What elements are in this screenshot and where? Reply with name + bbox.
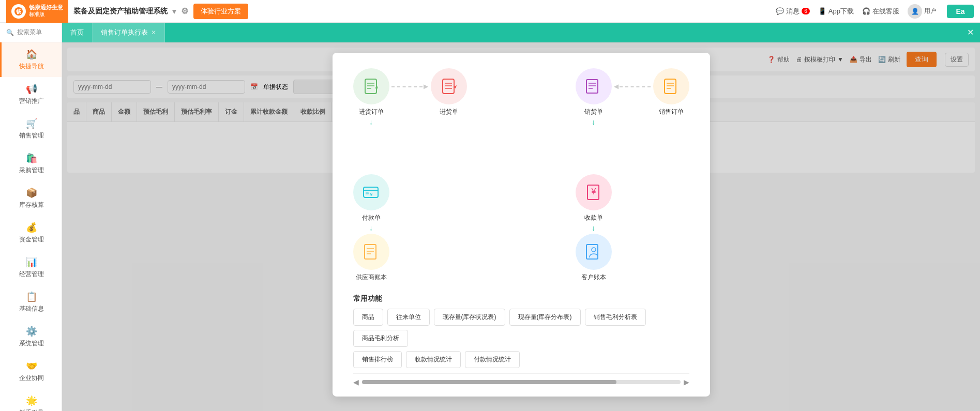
node-supplier-account[interactable]: 供应商账本 bbox=[353, 234, 389, 282]
tab-home-label: 首页 bbox=[70, 28, 84, 37]
sidebar-label-system: 系统管理 bbox=[19, 339, 44, 348]
func-btn-product-margin[interactable]: 商品毛利分析 bbox=[353, 330, 408, 347]
system-dropdown-icon[interactable]: ▼ bbox=[171, 7, 178, 16]
tab-sales-order[interactable]: 销售订单执行表 ✕ bbox=[93, 23, 165, 42]
sidebar-item-finance[interactable]: 💰 资金管理 bbox=[0, 216, 62, 250]
svg-text:¥: ¥ bbox=[591, 187, 596, 196]
user-avatar: 👤 bbox=[908, 4, 922, 19]
node-receipt[interactable]: ¥ 收款单 bbox=[576, 174, 612, 222]
function-btns-row1: 商品 往来单位 现存量(库存状况表) 现存量(库存分布表) 销售毛利分析表 商品… bbox=[353, 309, 689, 347]
svg-rect-2 bbox=[365, 79, 376, 94]
sidebar-item-basic-info[interactable]: 📋 基础信息 bbox=[0, 285, 62, 319]
scrollbar-track[interactable] bbox=[362, 380, 681, 384]
func-btn-sales-margin[interactable]: 销售毛利分析表 bbox=[585, 309, 646, 326]
app-download-icon: 📱 bbox=[818, 7, 826, 15]
svg-rect-24 bbox=[586, 245, 598, 259]
sidebar-item-purchase[interactable]: 🛍️ 采购管理 bbox=[0, 146, 62, 181]
svg-text:¥: ¥ bbox=[369, 192, 373, 197]
sidebar-item-operations[interactable]: 📊 经营管理 bbox=[0, 250, 62, 285]
system-title-area: 装备及固定资产辅助管理系统 ▼ ⚙ bbox=[73, 6, 188, 16]
common-functions: 常用功能 商品 往来单位 现存量(库存状况表) 现存量(库存分布表) 销售毛利分… bbox=[353, 294, 689, 368]
sidebar-label-quick-nav: 快捷导航 bbox=[19, 62, 44, 71]
tab-bar: 首页 销售订单执行表 ✕ ✕ bbox=[62, 23, 980, 42]
user-area[interactable]: 👤 用户 bbox=[908, 4, 937, 19]
enterprise-icon: 🤝 bbox=[26, 360, 37, 372]
sidebar-item-newbie[interactable]: 🌟 新手引导 bbox=[0, 389, 62, 411]
sidebar-item-system[interactable]: ⚙️ 系统管理 bbox=[0, 319, 62, 354]
node-payment[interactable]: ¥ 付款单 bbox=[353, 174, 389, 222]
sidebar-label-sales: 销售管理 bbox=[19, 131, 44, 140]
search-menu-item[interactable]: 🔍 搜索菜单 bbox=[0, 23, 62, 42]
func-btn-sales-ranking[interactable]: 销售排行榜 bbox=[353, 351, 402, 368]
scroll-right-icon[interactable]: ▶ bbox=[684, 378, 689, 386]
sidebar-item-inventory[interactable]: 📦 库存核算 bbox=[0, 181, 62, 216]
purchase-icon: 🛍️ bbox=[26, 153, 37, 164]
quick-nav-panel: 进货订单 ↓ ¥ 付款单 ↓ 供应商账本 ▶ 进货单 bbox=[62, 42, 980, 411]
sidebar-item-enterprise[interactable]: 🤝 企业协同 bbox=[0, 354, 62, 389]
func-btn-receipt-stats[interactable]: 收款情况统计 bbox=[406, 351, 461, 368]
sidebar-label-purchase: 采购管理 bbox=[19, 166, 44, 175]
marketing-icon: 📢 bbox=[26, 83, 37, 95]
quick-nav-box: 进货订单 ↓ ¥ 付款单 ↓ 供应商账本 ▶ 进货单 bbox=[333, 53, 710, 397]
app-download-label: App下载 bbox=[828, 7, 854, 16]
app-subtitle: 标准版 bbox=[29, 11, 63, 18]
ea-badge: Ea bbox=[947, 5, 974, 18]
sidebar-label-marketing: 营销推广 bbox=[19, 97, 44, 105]
svg-text:畅: 畅 bbox=[16, 9, 21, 14]
svg-rect-8 bbox=[366, 192, 369, 194]
online-service-button[interactable]: 🎧 在线客服 bbox=[862, 7, 899, 16]
sidebar-label-newbie: 新手引导 bbox=[19, 408, 44, 411]
svg-rect-18 bbox=[586, 80, 598, 93]
node-customer-account[interactable]: 客户账本 bbox=[576, 234, 612, 282]
function-btns-row2: 销售排行榜 收款情况统计 付款情况统计 bbox=[353, 351, 689, 368]
search-menu-label: 搜索菜单 bbox=[17, 28, 42, 37]
sidebar-label-operations: 经营管理 bbox=[19, 270, 44, 279]
message-button[interactable]: 💬 消息 6 bbox=[776, 7, 810, 16]
operations-icon: 📊 bbox=[26, 256, 37, 268]
svg-rect-26 bbox=[665, 79, 676, 94]
func-btn-product[interactable]: 商品 bbox=[353, 309, 383, 326]
header-right: 💬 消息 6 📱 App下载 🎧 在线客服 👤 用户 Ea bbox=[776, 4, 974, 19]
app-title: 畅康通好生意 bbox=[29, 4, 63, 11]
sidebar-label-inventory: 库存核算 bbox=[19, 201, 44, 209]
logo-icon: 畅 bbox=[11, 4, 26, 19]
basic-info-icon: 📋 bbox=[26, 291, 37, 302]
popup-scrollbar: ◀ ▶ bbox=[353, 373, 689, 386]
inventory-icon: 📦 bbox=[26, 187, 37, 199]
sidebar-label-basic-info: 基础信息 bbox=[19, 305, 44, 313]
message-icon: 💬 bbox=[776, 7, 784, 15]
sidebar-label-enterprise: 企业协同 bbox=[19, 374, 44, 383]
search-icon: 🔍 bbox=[6, 29, 14, 36]
node-purchase-order[interactable]: 进货订单 bbox=[353, 68, 389, 116]
func-btn-stock-status[interactable]: 现存量(库存状况表) bbox=[434, 309, 505, 326]
node-sales-order[interactable]: 销售订单 bbox=[653, 68, 689, 116]
sidebar-label-finance: 资金管理 bbox=[19, 235, 44, 244]
tab-bar-close-btn[interactable]: ✕ bbox=[961, 27, 980, 37]
sidebar: 🔍 搜索菜单 🏠 快捷导航 📢 营销推广 🛒 销售管理 🛍️ 采购管理 📦 库存… bbox=[0, 23, 62, 411]
system-icon: ⚙️ bbox=[26, 326, 37, 337]
logo-area: 畅 畅康通好生意 标准版 bbox=[6, 0, 68, 23]
service-icon: 🎧 bbox=[862, 7, 870, 15]
app-download-button[interactable]: 📱 App下载 bbox=[818, 7, 854, 16]
sales-icon: 🛒 bbox=[26, 118, 37, 129]
tab-home[interactable]: 首页 bbox=[62, 23, 93, 42]
sidebar-item-marketing[interactable]: 📢 营销推广 bbox=[0, 77, 62, 112]
settings-icon[interactable]: ⚙ bbox=[181, 6, 188, 16]
sidebar-item-sales[interactable]: 🛒 销售管理 bbox=[0, 112, 62, 146]
home-icon: 🏠 bbox=[26, 49, 37, 60]
sidebar-item-quick-nav[interactable]: 🏠 快捷导航 bbox=[0, 42, 62, 77]
finance-icon: 💰 bbox=[26, 222, 37, 233]
common-title: 常用功能 bbox=[353, 294, 689, 303]
node-purchase-bill[interactable]: 进货单 bbox=[431, 68, 467, 116]
func-btn-counterparty[interactable]: 往来单位 bbox=[387, 309, 430, 326]
experience-button[interactable]: 体验行业方案 bbox=[193, 4, 248, 19]
scroll-left-icon[interactable]: ◀ bbox=[353, 378, 359, 386]
content-area: 首页 销售订单执行表 ✕ ✕ ❓ 帮助 🖨 按模板打印 ▼ bbox=[62, 23, 980, 411]
newbie-icon: 🌟 bbox=[26, 395, 37, 406]
user-name: 用户 bbox=[924, 7, 937, 16]
func-btn-stock-dist[interactable]: 现存量(库存分布表) bbox=[509, 309, 581, 326]
online-service-label: 在线客服 bbox=[872, 7, 899, 16]
func-btn-payment-stats[interactable]: 付款情况统计 bbox=[465, 351, 520, 368]
node-sales-bill[interactable]: 销货单 bbox=[576, 68, 612, 116]
tab-close-icon[interactable]: ✕ bbox=[151, 29, 156, 36]
